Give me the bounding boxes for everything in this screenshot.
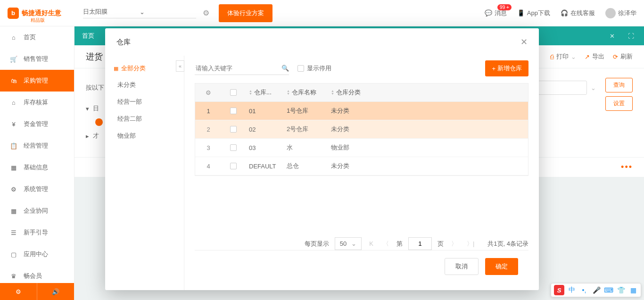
per-page-select[interactable]: 50 ⌄ — [335, 237, 362, 250]
ime-punct-icon[interactable]: •, — [579, 285, 589, 295]
row-index: 3 — [195, 139, 222, 157]
plus-icon: + — [492, 65, 495, 72]
ime-lang-icon[interactable]: 中 — [567, 285, 577, 295]
row-category: 物业部 — [327, 139, 528, 157]
page-prefix: 第 — [396, 240, 403, 248]
row-name: 总仓 — [283, 157, 327, 175]
prev-page-button[interactable]: 〈 — [381, 240, 391, 248]
row-code: DEFAULT — [245, 157, 283, 175]
row-index: 4 — [195, 157, 222, 175]
row-category: 未分类 — [327, 157, 528, 175]
panel-collapse-button[interactable]: « — [176, 60, 184, 72]
gear-icon[interactable]: ⚙ — [206, 89, 211, 96]
select-all-checkbox[interactable] — [230, 89, 237, 96]
cancel-button[interactable]: 取消 — [445, 258, 479, 275]
table-row[interactable]: 2022号仓库未分类 — [195, 120, 528, 139]
ime-mic-icon[interactable]: 🎤 — [592, 285, 601, 295]
modal-overlay: 仓库 ✕ « ▦ 全部分类 未分类经营一部经营二部物业部 🔍 — [0, 0, 644, 300]
row-code: 01 — [245, 102, 283, 120]
warehouse-table: ⚙ ▲▼仓库... ▲▼仓库名称 ▲▼仓库分类 1011号仓库未分类2022号仓… — [195, 83, 528, 176]
checkbox-icon — [297, 65, 304, 72]
row-index: 1 — [195, 102, 222, 120]
table-row[interactable]: 303水物业部 — [195, 139, 528, 157]
category-item-1[interactable]: 经营一部 — [105, 93, 184, 110]
search-input[interactable] — [195, 62, 281, 75]
category-all[interactable]: ▦ 全部分类 — [105, 60, 184, 76]
page-input[interactable] — [408, 237, 432, 250]
table-row[interactable]: 1011号仓库未分类 — [195, 102, 528, 120]
row-checkbox[interactable] — [230, 144, 237, 151]
row-checkbox[interactable] — [230, 163, 237, 169]
table-row[interactable]: 4DEFAULT总仓未分类 — [195, 157, 528, 175]
col-category[interactable]: ▲▼仓库分类 — [327, 83, 528, 101]
search-box: 🔍 — [195, 62, 289, 75]
category-item-0[interactable]: 未分类 — [105, 76, 184, 93]
next-page-button[interactable]: 〉 — [449, 240, 459, 248]
modal-title: 仓库 — [116, 38, 131, 47]
grid-icon: ▦ — [114, 66, 118, 72]
col-code[interactable]: ▲▼仓库... — [245, 83, 283, 101]
ime-logo-icon: S — [554, 285, 564, 295]
row-checkbox[interactable] — [230, 126, 237, 133]
row-index: 2 — [195, 120, 222, 138]
show-disabled-checkbox[interactable]: 显示停用 — [297, 64, 331, 73]
add-warehouse-button[interactable]: + 新增仓库 — [485, 60, 528, 76]
page-suffix: 页 — [438, 240, 444, 248]
table-header: ⚙ ▲▼仓库... ▲▼仓库名称 ▲▼仓库分类 — [195, 83, 528, 102]
row-code: 03 — [245, 139, 283, 157]
category-item-2[interactable]: 经营二部 — [105, 110, 184, 127]
ime-keyboard-icon[interactable]: ⌨ — [604, 285, 613, 295]
pagination: 每页显示 50 ⌄ K 〈 第 页 〉 〉| 共1页, 4条记录 — [195, 176, 528, 250]
ime-toolbar[interactable]: S 中 •, 🎤 ⌨ 👕 ▦ — [551, 283, 641, 297]
category-panel: « ▦ 全部分类 未分类经营一部经营二部物业部 — [105, 56, 184, 290]
row-checkbox[interactable] — [230, 108, 237, 114]
ime-skin-icon[interactable]: 👕 — [616, 285, 626, 295]
chevron-down-icon: ⌄ — [351, 240, 356, 247]
row-name: 2号仓库 — [283, 120, 327, 138]
ime-grid-icon[interactable]: ▦ — [628, 285, 638, 295]
page-summary: 共1页, 4条记录 — [487, 240, 528, 248]
col-name[interactable]: ▲▼仓库名称 — [283, 83, 327, 101]
last-page-button[interactable]: 〉| — [465, 240, 476, 248]
search-icon[interactable]: 🔍 — [281, 65, 289, 72]
first-page-button[interactable]: K — [367, 240, 375, 247]
category-item-3[interactable]: 物业部 — [105, 127, 184, 144]
row-category: 未分类 — [327, 102, 528, 120]
row-name: 水 — [283, 139, 327, 157]
row-name: 1号仓库 — [283, 102, 327, 120]
row-category: 未分类 — [327, 120, 528, 138]
modal-close-button[interactable]: ✕ — [520, 37, 528, 47]
warehouse-modal: 仓库 ✕ « ▦ 全部分类 未分类经营一部经营二部物业部 🔍 — [105, 28, 539, 290]
confirm-button[interactable]: 确定 — [485, 258, 518, 275]
per-page-label: 每页显示 — [305, 240, 329, 248]
row-code: 02 — [245, 120, 283, 138]
